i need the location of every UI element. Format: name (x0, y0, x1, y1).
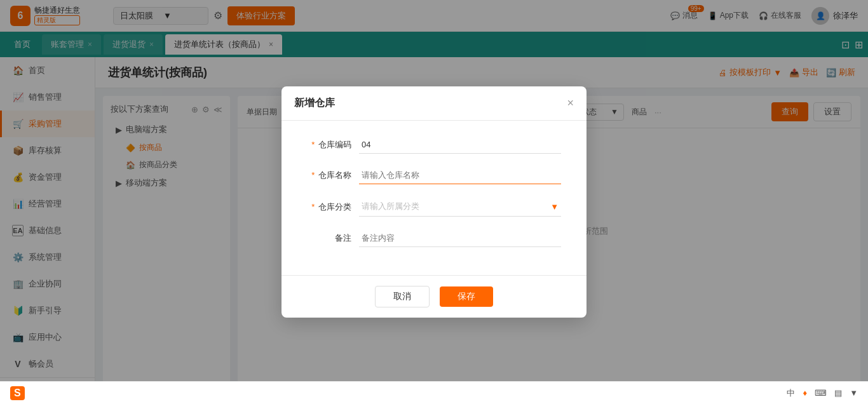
dialog-close-button[interactable]: × (567, 97, 574, 110)
category-select[interactable]: 请输入所属分类 ▼ (359, 197, 561, 217)
remark-label-text: 备注 (335, 233, 351, 243)
code-label-text: 仓库编码 (318, 140, 351, 149)
form-row-category: * 仓库分类 请输入所属分类 ▼ (307, 197, 561, 217)
bottom-bar: S 中 ♦ ⌨ ▤ ▼ (0, 381, 868, 404)
save-button[interactable]: 保存 (440, 286, 493, 307)
bottom-dot-icon[interactable]: ♦ (803, 388, 807, 398)
cancel-button[interactable]: 取消 (375, 286, 430, 307)
remark-input[interactable] (359, 229, 561, 247)
category-required-mark: * (311, 202, 315, 212)
bottom-s-logo: S (10, 386, 25, 400)
add-warehouse-dialog: 新增仓库 × * 仓库编码 * 仓库名称 (281, 86, 587, 318)
code-required-mark: * (311, 140, 315, 149)
modal-overlay: 新增仓库 × * 仓库编码 * 仓库名称 (0, 0, 868, 404)
category-label: * 仓库分类 (307, 201, 351, 213)
name-input[interactable] (359, 166, 561, 184)
name-label: * 仓库名称 (307, 170, 351, 181)
bottom-keyboard-icon[interactable]: ⌨ (815, 388, 827, 398)
dialog-body: * 仓库编码 * 仓库名称 * 仓库分类 请输入所属 (281, 121, 587, 275)
bottom-grid-icon[interactable]: ▤ (834, 388, 842, 398)
form-row-remark: 备注 (307, 229, 561, 247)
dialog-footer: 取消 保存 (281, 275, 587, 318)
form-row-code: * 仓库编码 (307, 136, 561, 154)
category-placeholder: 请输入所属分类 (362, 201, 419, 212)
bottom-chinese-icon[interactable]: 中 (787, 387, 795, 399)
form-row-name: * 仓库名称 (307, 166, 561, 184)
remark-label: 备注 (307, 232, 351, 244)
name-label-text: 仓库名称 (318, 170, 351, 180)
code-input[interactable] (359, 136, 561, 154)
category-dropdown-icon: ▼ (550, 202, 559, 212)
dialog-title: 新增仓库 (294, 97, 335, 110)
dialog-header: 新增仓库 × (281, 86, 587, 121)
category-label-text: 仓库分类 (318, 202, 351, 212)
name-required-mark: * (311, 170, 315, 180)
bottom-arrow-icon[interactable]: ▼ (850, 388, 858, 398)
code-label: * 仓库编码 (307, 139, 351, 151)
